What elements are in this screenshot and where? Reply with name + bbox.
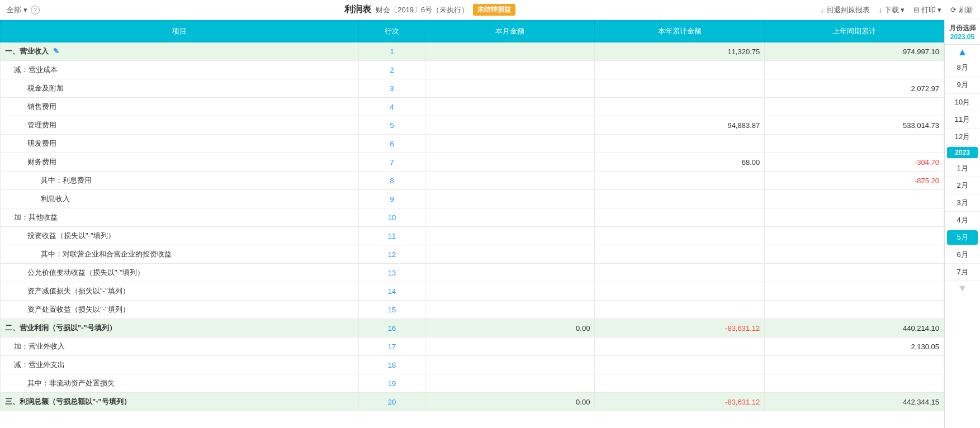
current-month-cell [425,98,595,116]
status-badge[interactable]: 未结转损益 [473,4,515,16]
download-button[interactable]: ↓ 下载 ▾ [879,5,905,15]
item-cell: 利息收入 [1,190,359,208]
prior-year-cell: 2,130.05 [765,337,944,356]
prior-year-cell: -304.70 [765,153,944,172]
current-month-cell [425,374,595,393]
month-item[interactable]: 4月 [945,212,980,229]
help-icon[interactable]: ? [31,6,40,15]
prior-year-cell [765,264,944,282]
row-num-cell: 6 [359,135,425,153]
table-row: 加：营业外收入172,130.05 [1,337,944,356]
row-num-cell: 1 [359,42,425,61]
top-bar-center: 利润表 财会〔2019〕6号（未执行） 未结转损益 [344,4,515,16]
month-item[interactable]: 11月 [945,111,980,129]
current-month-cell [425,337,595,356]
month-item[interactable]: 2月 [945,177,980,194]
ytd-cell: -83,631.12 [595,393,765,411]
prior-year-cell [765,190,944,208]
row-num-cell: 5 [359,116,425,135]
print-label: ⊟ 打印 [913,5,936,15]
row-num-cell: 15 [359,301,425,319]
download-label: ↓ 下载 [879,5,899,15]
ytd-cell [595,61,765,79]
item-cell: 税金及附加 [1,79,359,98]
table-header-row: 项目 行次 本月金额 本年累计金额 上年同期累计 [1,21,944,42]
prior-year-cell [765,227,944,245]
current-month-cell [425,42,595,61]
table-row: 管理费用594,883.87533,014.73 [1,116,944,135]
ytd-cell [595,374,765,393]
month-item[interactable]: 8月 [945,59,980,77]
item-cell: 资产减值损失（损失以"-"填列） [1,282,359,301]
col-header-ytd: 本年累计金额 [595,21,765,42]
current-month-cell [425,356,595,374]
ytd-cell [595,356,765,374]
ytd-cell [595,190,765,208]
ytd-cell [595,301,765,319]
ytd-cell [595,264,765,282]
current-month-cell [425,135,595,153]
scroll-down-arrow[interactable]: ▼ [958,283,968,293]
row-num-cell: 20 [359,393,425,411]
item-cell: 销售费用 [1,98,359,116]
item-cell: 其中：非流动资产处置损失 [1,374,359,393]
month-item[interactable]: 2023 [947,147,978,159]
current-month-cell [425,264,595,282]
chevron-down-icon: ▾ [938,6,941,14]
row-num-cell: 4 [359,98,425,116]
all-dropdown[interactable]: 全部 ▾ [7,5,27,15]
col-header-current-month: 本月金额 [425,21,595,42]
print-button[interactable]: ⊟ 打印 ▾ [913,5,942,15]
table-row: 二、营业利润（亏损以"-"号填列）160.00-83,631.12440,214… [1,319,944,337]
sidebar-months: 月份选择 2023.05 ▲ 8月9月10月11月12月20231月2月3月4月… [944,20,980,428]
item-cell: 减：营业成本 [1,61,359,79]
table-row: 税金及附加32,072.97 [1,79,944,98]
month-item[interactable]: 5月 [947,230,978,245]
row-num-cell: 19 [359,374,425,393]
ytd-cell: -83,631.12 [595,319,765,337]
prior-year-cell [765,245,944,264]
ytd-cell [595,135,765,153]
table-body: 一、营业收入 ✎111,320.75974,997.10减：营业成本2税金及附加… [1,42,944,411]
item-cell: 研发费用 [1,135,359,153]
nav-arrows: ▲ [945,45,980,59]
prior-year-cell: -875.20 [765,172,944,190]
month-item[interactable]: 9月 [945,77,980,94]
table-row: 财务费用768.00-304.70 [1,153,944,172]
month-item[interactable]: 7月 [945,264,980,281]
table-row: 销售费用4 [1,98,944,116]
col-header-row: 行次 [359,21,425,42]
month-item[interactable]: 12月 [945,129,980,146]
refresh-button[interactable]: ⟳ 刷新 [950,5,973,15]
row-num-cell: 17 [359,337,425,356]
table-area: 项目 行次 本月金额 本年累计金额 上年同期累计 一、营业收入 ✎111,320… [0,20,944,428]
month-item[interactable]: 10月 [945,94,980,111]
table-row: 资产减值损失（损失以"-"填列）14 [1,282,944,301]
refresh-label: ⟳ 刷新 [950,5,973,15]
table-row: 三、利润总额（亏损总额以"-"号填列）200.00-83,631.12442,3… [1,393,944,411]
prior-year-cell: 442,344.15 [765,393,944,411]
back-label: ↓ 回退到原报表 [821,5,870,15]
table-row: 一、营业收入 ✎111,320.75974,997.10 [1,42,944,61]
edit-icon[interactable]: ✎ [51,47,59,55]
scroll-up-arrow[interactable]: ▲ [958,47,968,57]
prior-year-cell [765,98,944,116]
nav-arrows-down: ▼ [945,281,980,296]
month-item[interactable]: 6月 [945,246,980,264]
month-item[interactable]: 3月 [945,194,980,212]
row-num-cell: 3 [359,79,425,98]
col-header-prior-year: 上年同期累计 [765,21,944,42]
back-button[interactable]: ↓ 回退到原报表 [821,5,870,15]
row-num-cell: 9 [359,190,425,208]
prior-year-cell [765,374,944,393]
table-row: 公允价值变动收益（损失以"-"填列）13 [1,264,944,282]
ytd-cell [595,337,765,356]
row-num-cell: 7 [359,153,425,172]
table-row: 投资收益（损失以"-"填列）11 [1,227,944,245]
month-list: 8月9月10月11月12月20231月2月3月4月5月6月7月 [945,59,980,281]
item-cell: 投资收益（损失以"-"填列） [1,227,359,245]
prior-year-cell [765,282,944,301]
month-item[interactable]: 1月 [945,160,980,177]
table-row: 加：其他收益10 [1,208,944,227]
item-cell: 一、营业收入 ✎ [1,42,359,61]
